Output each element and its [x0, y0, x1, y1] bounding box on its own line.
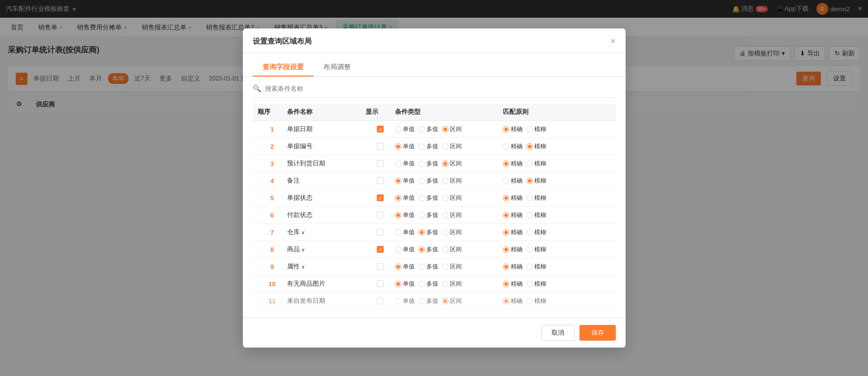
modal-close-button[interactable]: × — [610, 36, 616, 47]
col-name: 条件名称 — [287, 107, 366, 116]
col-order: 顺序 — [258, 107, 287, 116]
col-type: 条件类型 — [395, 107, 503, 116]
modal-tab-query-fields[interactable]: 查询字段设置 — [253, 59, 314, 77]
conditions-table: 顺序 条件名称 显示 条件类型 匹配原则 1 单据日期 单值 多值 区间 — [253, 104, 616, 121]
table-row: 1 单据日期 单值 多值 区间 精确 模糊 — [253, 121, 616, 121]
modal-dialog: 设置查询区域布局 × 查询字段设置 布局调整 🔍 顺序 条件名称 显示 条件 — [243, 28, 626, 121]
search-input[interactable] — [265, 85, 363, 92]
col-match: 匹配原则 — [503, 107, 611, 116]
col-display: 显示 — [366, 107, 395, 116]
modal-tab-layout[interactable]: 布局调整 — [314, 59, 361, 77]
conditions-table-header: 顺序 条件名称 显示 条件类型 匹配原则 — [253, 104, 616, 121]
modal-tabs: 查询字段设置 布局调整 — [243, 53, 626, 77]
modal-overlay: 设置查询区域布局 × 查询字段设置 布局调整 🔍 顺序 条件名称 显示 条件 — [0, 0, 868, 121]
modal-header: 设置查询区域布局 × — [243, 28, 626, 53]
modal-title: 设置查询区域布局 — [253, 37, 312, 46]
search-icon: 🔍 — [253, 84, 261, 92]
search-row: 🔍 — [253, 84, 616, 98]
modal-body: 🔍 顺序 条件名称 显示 条件类型 匹配原则 1 单据日期 — [243, 77, 626, 121]
